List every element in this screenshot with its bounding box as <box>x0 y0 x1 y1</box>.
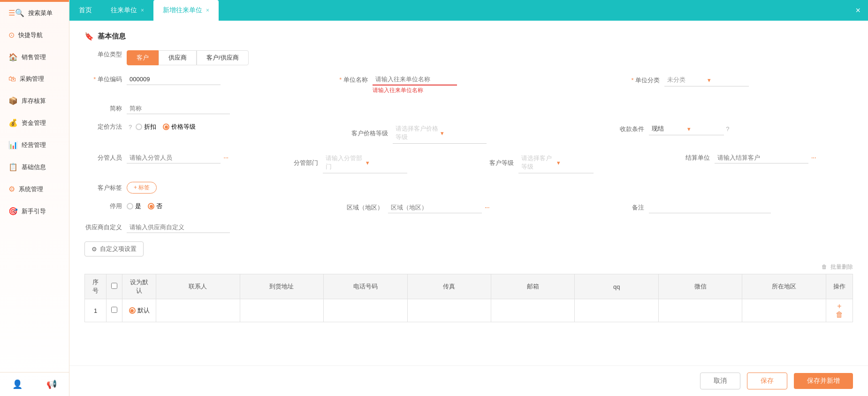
tab-contacts[interactable]: 往来单位 × <box>101 0 153 21</box>
row-phone[interactable] <box>324 299 407 322</box>
row-fax[interactable] <box>407 299 491 322</box>
sidebar-item-basic-info[interactable]: 📋 基础信息 <box>0 156 69 178</box>
payment-terms-label: 收款条件 <box>607 125 649 133</box>
row-add-btn[interactable]: + <box>837 302 841 310</box>
region-label: 区域（地区） <box>346 203 388 212</box>
col-default: 设为默认 <box>122 274 156 299</box>
remark-input[interactable] <box>649 202 771 213</box>
department-arrow: ▾ <box>366 159 404 166</box>
add-tag-button[interactable]: + 标签 <box>127 182 157 194</box>
custom-settings-gear-icon: ⚙ <box>91 246 97 253</box>
batch-delete-row: 🗑 批量删除 <box>84 263 853 271</box>
sidebar-item-guide[interactable]: 🎯 新手引导 <box>0 200 69 222</box>
row-wechat[interactable] <box>658 299 742 322</box>
disabled-radio-yes[interactable]: 是 <box>127 202 141 210</box>
row-address-input[interactable] <box>244 307 320 314</box>
tab-new-contact[interactable]: 新增往来单位 × <box>153 0 219 21</box>
table-select-all[interactable] <box>111 283 117 289</box>
pricing-help-icon[interactable]: ? <box>129 124 132 131</box>
row-seq: 1 <box>85 299 107 322</box>
row-checkbox[interactable] <box>111 307 117 313</box>
row-wechat-input[interactable] <box>662 307 738 314</box>
batch-delete-label[interactable]: 批量删除 <box>830 264 853 270</box>
col-wechat: 微信 <box>658 274 742 299</box>
short-name-input[interactable] <box>127 103 230 114</box>
sidebar-item-purchase[interactable]: 🛍 采购管理 <box>0 68 69 90</box>
unit-category-select[interactable]: 未分类 ▾ <box>664 74 749 86</box>
customer-price-level-select[interactable]: 请选择客户价格等级 ▾ <box>393 123 487 144</box>
pricing-radio-discount-circle <box>136 124 142 130</box>
sidebar-item-label-operations: 经营管理 <box>22 141 46 149</box>
field-customer-price-level: 客户价格等级 请选择客户价格等级 ▾ <box>346 123 592 144</box>
pricing-radio-discount[interactable]: 折扣 <box>136 123 156 131</box>
row-email-input[interactable] <box>495 307 571 314</box>
settlement-unit-input[interactable] <box>715 152 808 163</box>
unit-name-input[interactable] <box>373 74 457 85</box>
sidebar-notify-btn[interactable]: 📢 <box>35 373 69 396</box>
region-input[interactable] <box>388 202 482 213</box>
col-area: 所在地区 <box>742 274 826 299</box>
sidebar-item-search[interactable]: ☰🔍 搜索菜单 <box>0 2 69 24</box>
sidebar-item-sales[interactable]: 🏠 销售管理 <box>0 46 69 68</box>
payment-terms-select[interactable]: 现结 ▾ <box>649 123 724 135</box>
save-button[interactable]: 保存 <box>747 373 787 389</box>
sales-icon: 🏠 <box>8 53 18 62</box>
row-contact-input[interactable] <box>160 307 236 314</box>
row-email[interactable] <box>491 299 574 322</box>
department-select[interactable]: 请输入分管部门 ▾ <box>323 152 407 173</box>
unit-code-input[interactable] <box>127 74 221 85</box>
manager-label: 分管人员 <box>84 154 127 162</box>
tab-bar-close-all[interactable]: × <box>848 6 868 16</box>
supplier-custom-input[interactable] <box>127 222 230 233</box>
tab-new-contact-close[interactable]: × <box>206 7 209 14</box>
payment-terms-help-icon[interactable]: ? <box>726 125 729 132</box>
row-qq[interactable] <box>575 299 659 322</box>
manager-more-icon[interactable]: ··· <box>223 154 228 162</box>
row-default-circle <box>129 307 136 314</box>
col-checkbox <box>107 274 122 299</box>
row-qq-input[interactable] <box>579 307 655 314</box>
row-default-radio[interactable]: 默认 <box>126 306 152 315</box>
sidebar-item-label-finance: 资金管理 <box>22 119 46 127</box>
sidebar: ☰🔍 搜索菜单 ⊙ 快捷导航 🏠 销售管理 🛍 采购管理 📦 库存核算 💰 资金… <box>0 0 69 396</box>
row-fax-input[interactable] <box>411 307 487 314</box>
sidebar-item-inventory[interactable]: 📦 库存核算 <box>0 90 69 112</box>
tab-home[interactable]: 首页 <box>69 0 101 21</box>
row-delete-btn[interactable]: 🗑 <box>836 311 843 318</box>
unit-name-error: 请输入往来单位名称 <box>373 86 423 94</box>
disabled-radio-group: 是 否 <box>127 202 162 210</box>
sidebar-item-operations[interactable]: 📊 经营管理 <box>0 134 69 156</box>
field-short-name: 简称 <box>84 103 853 114</box>
cancel-button[interactable]: 取消 <box>700 373 740 389</box>
manager-input[interactable] <box>127 152 221 163</box>
sidebar-item-label-quicknav: 快捷导航 <box>18 31 43 39</box>
system-icon: ⚙ <box>8 185 15 194</box>
section-title: 基本信息 <box>98 32 126 41</box>
row-phone-input[interactable] <box>327 307 403 314</box>
sidebar-user-btn[interactable]: 👤 <box>0 373 35 396</box>
save-and-new-button[interactable]: 保存并新增 <box>794 373 853 389</box>
row-area-input[interactable] <box>746 307 822 314</box>
row-contact[interactable] <box>156 299 240 322</box>
unit-type-customer[interactable]: 客户 <box>127 50 159 65</box>
unit-category-arrow: ▾ <box>708 77 746 84</box>
disabled-radio-no[interactable]: 否 <box>148 202 162 210</box>
region-more-icon[interactable]: ··· <box>485 203 489 212</box>
customer-level-select[interactable]: 请选择客户等级 ▾ <box>518 152 594 173</box>
pricing-radio-level[interactable]: 价格等级 <box>163 123 196 131</box>
sidebar-item-quicknav[interactable]: ⊙ 快捷导航 <box>0 24 69 46</box>
disabled-radio-yes-label: 是 <box>135 202 141 210</box>
settlement-more-icon[interactable]: ··· <box>811 154 816 162</box>
sidebar-item-system[interactable]: ⚙ 系统管理 <box>0 178 69 200</box>
sidebar-item-finance[interactable]: 💰 资金管理 <box>0 112 69 134</box>
batch-delete-icon: 🗑 <box>822 264 827 270</box>
tab-contacts-close[interactable]: × <box>141 7 144 14</box>
sidebar-item-label-inventory: 库存核算 <box>22 97 46 105</box>
row-area[interactable] <box>742 299 826 322</box>
unit-type-both[interactable]: 客户/供应商 <box>197 50 249 65</box>
custom-settings-button[interactable]: ⚙ 自定义项设置 <box>84 241 144 256</box>
unit-type-buttons: 客户 供应商 客户/供应商 <box>127 50 249 65</box>
row-address[interactable] <box>240 299 323 322</box>
disabled-radio-yes-circle <box>127 203 133 210</box>
unit-type-supplier[interactable]: 供应商 <box>159 50 197 65</box>
